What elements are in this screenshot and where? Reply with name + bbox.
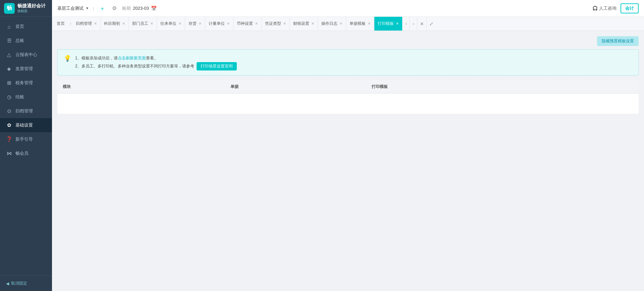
logo-sub: 旗舰版 xyxy=(17,9,46,13)
sidebar-item-reports[interactable]: △ 云报表中心 xyxy=(0,48,52,62)
company-dropdown-icon: ▼ xyxy=(86,6,89,10)
period-label: 账期 xyxy=(122,5,131,11)
sidebar-item-settings[interactable]: ✿ 基础设置 xyxy=(0,118,52,132)
main-area: 基层工会测试 ▼ | ＋ ⚙ 账期 2023-03 📅 🎧 人工咨询 会计 首页… xyxy=(52,0,644,291)
info-line1-prefix: 1、模板添加成功后，请 xyxy=(75,56,118,60)
tab-close-icon[interactable]: ✕ xyxy=(227,21,230,26)
refresh-link[interactable]: 点击刷新新页面 xyxy=(118,56,146,60)
tabs-expand[interactable]: ⤢ xyxy=(427,17,436,31)
tab-tax-settings[interactable]: 财税设置 ✕ xyxy=(290,17,318,31)
tab-close-icon[interactable]: ✕ xyxy=(311,21,314,26)
tab-voucher-type[interactable]: 凭证类型 ✕ xyxy=(262,17,290,31)
tab-close-icon[interactable]: ✕ xyxy=(255,21,258,26)
tab-label: 科目期初 xyxy=(104,21,120,27)
settings-gear-icon[interactable]: ⚙ xyxy=(111,5,118,11)
tabs-nav-next[interactable]: › xyxy=(410,17,417,31)
tab-inventory[interactable]: 存货 ✕ xyxy=(185,17,205,31)
tab-archive-mgmt[interactable]: 归档管理 ✕ xyxy=(72,17,101,31)
sidebar-item-closing[interactable]: ◷ 结账 xyxy=(0,90,52,104)
sidebar-item-label: 总账 xyxy=(15,38,24,44)
tab-label: 财税设置 xyxy=(293,21,309,27)
sidebar-item-vip[interactable]: ⋈ 畅会员 xyxy=(0,146,52,160)
col-single-form: 单据 xyxy=(225,80,367,93)
print-scene-button[interactable]: 打印场景设置宣明 xyxy=(197,62,237,70)
col-module: 模块 xyxy=(57,80,225,93)
tab-home[interactable]: 首页 xyxy=(53,17,68,31)
tabs-close-all[interactable]: ✕ xyxy=(417,17,427,31)
sidebar-item-label: 畅会员 xyxy=(15,150,29,156)
logo-text-area: 畅捷通好会计 旗舰版 xyxy=(17,3,46,13)
invoice-icon: ◈ xyxy=(6,66,12,72)
tab-print-template[interactable]: 打印模板 ✕ xyxy=(374,17,402,31)
sidebar-item-label: 首页 xyxy=(15,23,24,30)
action-bar: 隐藏预置模板设置 xyxy=(57,36,639,46)
service-button[interactable]: 🎧 人工咨询 xyxy=(592,5,616,11)
tab-label: 打印模板 xyxy=(378,21,394,27)
table-header: 模块 单据 打印模板 xyxy=(57,80,639,94)
ledger-icon: ☰ xyxy=(6,38,12,44)
unpin-icon: ◀ xyxy=(6,281,9,286)
tab-nav-back[interactable]: ‹ xyxy=(69,17,72,31)
tab-unit[interactable]: 计量单位 ✕ xyxy=(205,17,233,31)
guide-icon: ❓ xyxy=(6,136,12,142)
tab-close-icon[interactable]: ✕ xyxy=(368,21,371,26)
sidebar: 畅 畅捷通好会计 旗舰版 ⌂ 首页 ☰ 总账 △ 云报表中心 ◈ 发票管理 ⊞ … xyxy=(0,0,52,291)
unpin-sidebar-button[interactable]: ◀ 取消固定 xyxy=(0,276,52,291)
hide-preview-button[interactable]: 隐藏预置模板设置 xyxy=(597,36,639,46)
tab-currency[interactable]: 币种设置 ✕ xyxy=(233,17,262,31)
tab-close-icon[interactable]: ✕ xyxy=(396,21,399,26)
tab-label: 计量单位 xyxy=(209,21,225,27)
tab-operation-log[interactable]: 操作日志 ✕ xyxy=(318,17,346,31)
tab-close-icon[interactable]: ✕ xyxy=(150,21,153,26)
tab-single-form[interactable]: 单据模板 ✕ xyxy=(346,17,374,31)
tab-label: 存货 xyxy=(189,21,197,27)
tab-dept-employee[interactable]: 部门员工 ✕ xyxy=(129,17,157,31)
tab-customer[interactable]: 往来单位 ✕ xyxy=(157,17,185,31)
separator: | xyxy=(93,6,94,11)
sidebar-item-label: 结账 xyxy=(15,94,24,100)
tab-label: 凭证类型 xyxy=(265,21,281,27)
tab-close-icon[interactable]: ✕ xyxy=(122,21,125,26)
add-company-button[interactable]: ＋ xyxy=(98,4,107,12)
sidebar-item-home[interactable]: ⌂ 首页 xyxy=(0,19,52,34)
tab-close-icon[interactable]: ✕ xyxy=(283,21,286,26)
period-display: 账期 2023-03 📅 xyxy=(122,5,157,11)
tabs-bar: 首页 ‹ 归档管理 ✕ 科目期初 ✕ 部门员工 ✕ 往来单位 ✕ 存货 ✕ 计量… xyxy=(52,17,644,31)
sidebar-item-invoice[interactable]: ◈ 发票管理 xyxy=(0,62,52,76)
sidebar-item-label: 发票管理 xyxy=(15,66,33,72)
sidebar-item-label: 基础设置 xyxy=(15,122,33,128)
tab-close-icon[interactable]: ✕ xyxy=(178,21,181,26)
tab-close-icon[interactable]: ✕ xyxy=(339,21,342,26)
sidebar-item-label: 税务管理 xyxy=(15,80,33,86)
company-selector[interactable]: 基层工会测试 ▼ xyxy=(57,5,89,11)
tax-icon: ⊞ xyxy=(6,80,12,86)
unpin-label: 取消固定 xyxy=(11,281,27,286)
sidebar-item-guide[interactable]: ❓ 新手引导 xyxy=(0,132,52,146)
topbar: 基层工会测试 ▼ | ＋ ⚙ 账期 2023-03 📅 🎧 人工咨询 会计 xyxy=(52,0,644,17)
sidebar-item-label: 归档管理 xyxy=(15,108,33,114)
sidebar-item-tax[interactable]: ⊞ 税务管理 xyxy=(0,76,52,90)
col-print-template: 打印模板 xyxy=(366,80,639,93)
logo-icon: 畅 xyxy=(4,3,15,14)
kuaiji-button[interactable]: 会计 xyxy=(621,3,639,13)
sidebar-item-archive[interactable]: ⊙ 归档管理 xyxy=(0,104,52,118)
tab-home-label: 首页 xyxy=(57,21,65,27)
tab-label: 归档管理 xyxy=(76,21,92,27)
tab-close-icon[interactable]: ✕ xyxy=(199,21,202,26)
sidebar-item-ledger[interactable]: ☰ 总账 xyxy=(0,34,52,48)
info-line1-suffix: 查看。 xyxy=(146,56,158,60)
table-body xyxy=(57,94,639,114)
tab-close-icon[interactable]: ✕ xyxy=(94,21,97,26)
calendar-icon[interactable]: 📅 xyxy=(151,6,157,11)
info-line2: 2、多员工、多打印机、多种业务类型设置不同打印方案等，请参考 打印场景设置宣明 xyxy=(75,62,237,70)
closing-icon: ◷ xyxy=(6,94,12,100)
company-name: 基层工会测试 xyxy=(57,5,84,11)
info-box: 💡 1、模板添加成功后，请点击刷新新页面查看。 2、多员工、多打印机、多种业务类… xyxy=(57,49,639,76)
tab-subject-period[interactable]: 科目期初 ✕ xyxy=(101,17,129,31)
info-line1: 1、模板添加成功后，请点击刷新新页面查看。 xyxy=(75,54,237,62)
headset-icon: 🎧 xyxy=(592,6,598,11)
tab-label: 部门员工 xyxy=(132,21,148,27)
archive-icon: ⊙ xyxy=(6,108,12,114)
bulb-icon: 💡 xyxy=(64,55,71,62)
tabs-nav-prev[interactable]: ‹ xyxy=(402,17,410,31)
